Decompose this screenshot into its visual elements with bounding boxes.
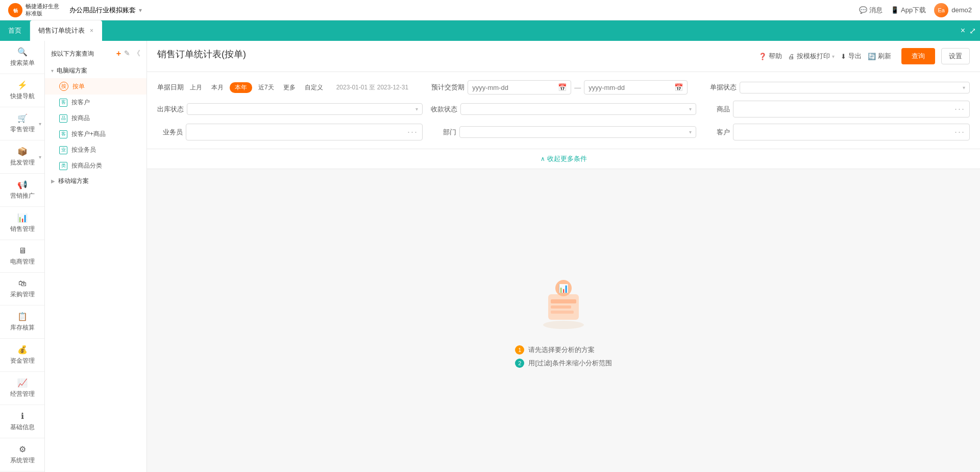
scheme-group-mobile-label: 移动端方案 — [58, 177, 89, 185]
scheme-item-by-product[interactable]: 品 按商品 — [45, 110, 146, 126]
custom-date-btn[interactable]: 自定义 — [302, 82, 326, 93]
scheme-by-salesperson-label: 按业务员 — [71, 146, 96, 154]
edit-scheme-btn[interactable]: ✎ — [124, 49, 130, 58]
department-select[interactable]: ▾ — [459, 126, 696, 138]
basic-icon: ℹ — [21, 411, 24, 421]
delivery-start-field[interactable] — [472, 84, 558, 91]
delivery-end-field[interactable] — [589, 84, 674, 91]
scheme-panel-title: 按以下方案查询 — [51, 50, 94, 58]
query-button[interactable]: 查询 — [901, 48, 935, 64]
sidebar-item-retail[interactable]: 🛒 零售管理 — [0, 107, 44, 140]
main-content: 销售订单统计表(按单) ❓ 帮助 🖨 按模板打印 ▾ ⬇ 导出 — [147, 41, 980, 472]
last-month-btn[interactable]: 上月 — [187, 82, 205, 93]
scheme-by-product-label: 按商品 — [71, 114, 90, 123]
retail-icon: 🛒 — [17, 113, 28, 123]
sidebar-item-wholesale[interactable]: 📦 批发管理 — [0, 140, 44, 174]
this-year-btn[interactable]: 本年 — [230, 82, 252, 93]
payment-status-field: 收款状态 ▾ — [431, 103, 696, 115]
sidebar-item-ecom[interactable]: 🖥 电商管理 — [0, 240, 44, 273]
scheme-item-by-salesperson[interactable]: 业 按业务员 — [45, 142, 146, 158]
date-range-display: 2023-01-01 至 2023-12-31 — [336, 83, 408, 92]
sidebar: 🔍 搜索菜单 ⚡ 快捷导航 🛒 零售管理 📦 批发管理 📢 营销推广 📊 销售管… — [0, 41, 45, 472]
mobile-icon: 📱 — [891, 6, 899, 14]
customer-ellipsis-icon: ··· — [954, 127, 965, 137]
single-status-select[interactable]: ▾ — [740, 82, 970, 93]
tab-close-icon[interactable]: × — [90, 27, 93, 34]
sidebar-item-purchase[interactable]: 🛍 采购管理 — [0, 273, 44, 305]
search-menu-icon: 🔍 — [17, 47, 28, 57]
this-month-btn[interactable]: 本月 — [208, 82, 227, 93]
logo-icon: 畅 — [8, 3, 22, 17]
collapse-arrow-icon: ∧ — [541, 155, 545, 162]
last-7-days-btn[interactable]: 近7天 — [255, 82, 277, 93]
quick-nav-label: 快捷导航 — [10, 92, 35, 101]
sidebar-item-finance[interactable]: 💰 资金管理 — [0, 339, 44, 372]
sales-icon: 📊 — [17, 213, 28, 223]
inventory-label: 库存核算 — [10, 323, 35, 332]
product-field: 商品 ··· — [704, 101, 970, 117]
scheme-item-by-customer[interactable]: 客 按客户 — [45, 95, 146, 110]
sidebar-item-system[interactable]: ⚙ 系统管理 — [0, 438, 44, 471]
scheme-item-by-category[interactable]: 类 按商品分类 — [45, 158, 146, 174]
breadcrumb-arrow-icon[interactable]: ▾ — [139, 7, 142, 14]
add-scheme-btn[interactable]: + — [116, 49, 121, 58]
more-dates-btn[interactable]: 更多 — [280, 82, 299, 93]
department-field: 部门 ▾ — [431, 126, 696, 138]
logo-text: 畅捷通好生意 标准版 — [26, 3, 59, 16]
finance-icon: 💰 — [17, 345, 28, 355]
scheme-item-by-customer-product[interactable]: 客 按客户+商品 — [45, 126, 146, 142]
setting-button[interactable]: 设置 — [941, 48, 970, 64]
sidebar-item-basic[interactable]: ℹ 基础信息 — [0, 405, 44, 438]
help-btn[interactable]: ❓ 帮助 — [758, 52, 782, 61]
delivery-end-input[interactable]: 📅 — [584, 80, 688, 95]
tab-home[interactable]: 首页 — [0, 20, 30, 41]
print-btn[interactable]: 🖨 按模板打印 ▾ — [788, 52, 835, 61]
app-download-btn[interactable]: 📱 App下载 — [891, 6, 926, 15]
sidebar-item-quick-nav[interactable]: ⚡ 快捷导航 — [0, 74, 44, 107]
sidebar-item-operation[interactable]: 📈 经营管理 — [0, 372, 44, 405]
sidebar-item-inventory[interactable]: 📋 库存核算 — [0, 305, 44, 339]
user-profile-btn[interactable]: Ea demo2 — [934, 3, 972, 17]
delivery-start-input[interactable]: 📅 — [468, 80, 571, 95]
date-shortcuts: 上月 本月 本年 近7天 更多 自定义 — [187, 82, 326, 93]
export-btn[interactable]: ⬇ 导出 — [841, 52, 862, 61]
salesperson-select[interactable]: ··· — [186, 124, 423, 140]
scheme-group-mobile-title[interactable]: ▶ 移动端方案 — [45, 174, 146, 188]
calendar-end-icon: 📅 — [674, 83, 683, 91]
by-product-icon: 品 — [59, 114, 67, 123]
message-btn[interactable]: 💬 消息 — [859, 6, 883, 15]
sidebar-item-marketing[interactable]: 📢 营销推广 — [0, 174, 44, 207]
customer-select[interactable]: ··· — [733, 124, 970, 140]
scheme-by-customer-label: 按客户 — [71, 98, 90, 107]
refresh-btn[interactable]: 🔄 刷新 — [868, 52, 891, 61]
collapse-scheme-btn[interactable]: 《 — [133, 49, 140, 58]
sidebar-item-search-menu[interactable]: 🔍 搜索菜单 — [0, 41, 44, 74]
close-tab-icon[interactable]: × — [961, 26, 965, 35]
empty-tip-2: 2 用[过滤]条件来缩小分析范围 — [515, 359, 611, 368]
product-ellipsis-icon: ··· — [954, 104, 965, 114]
scheme-item-by-order[interactable]: 按 按单 — [45, 78, 146, 95]
by-salesperson-icon: 业 — [59, 146, 67, 154]
tip-1-text: 请先选择要分析的方案 — [528, 345, 595, 355]
product-select[interactable]: ··· — [733, 101, 970, 117]
scheme-group-arrow-icon: ▾ — [51, 68, 54, 74]
sidebar-item-sales[interactable]: 📊 销售管理 — [0, 207, 44, 240]
scheme-panel-header: 按以下方案查询 + ✎ 《 — [45, 46, 146, 61]
salesperson-label: 业务员 — [157, 128, 183, 137]
scheme-panel-actions: + ✎ 《 — [116, 49, 140, 58]
out-status-select[interactable]: ▾ — [187, 103, 423, 115]
page-header: 销售订单统计表(按单) ❓ 帮助 🖨 按模板打印 ▾ ⬇ 导出 — [147, 41, 980, 72]
tab-bar-right: × ⤢ — [957, 20, 980, 41]
purchase-icon: 🛍 — [18, 279, 27, 288]
marketing-icon: 📢 — [17, 180, 28, 190]
payment-status-select[interactable]: ▾ — [460, 103, 696, 115]
scheme-group-desktop-title[interactable]: ▾ 电脑端方案 — [45, 63, 146, 78]
salesperson-ellipsis-icon: ··· — [407, 127, 418, 137]
scheme-group-mobile: ▶ 移动端方案 — [45, 174, 146, 188]
tab-sales-order-stats[interactable]: 销售订单统计表 × — [30, 20, 102, 41]
svg-text:畅: 畅 — [13, 8, 18, 13]
filter-row-2: 出库状态 ▾ 收款状态 ▾ 商品 — [157, 101, 970, 117]
system-label: 系统管理 — [10, 456, 35, 465]
collapse-bar[interactable]: ∧ 收起更多条件 — [147, 149, 980, 169]
maximize-icon[interactable]: ⤢ — [969, 26, 976, 36]
